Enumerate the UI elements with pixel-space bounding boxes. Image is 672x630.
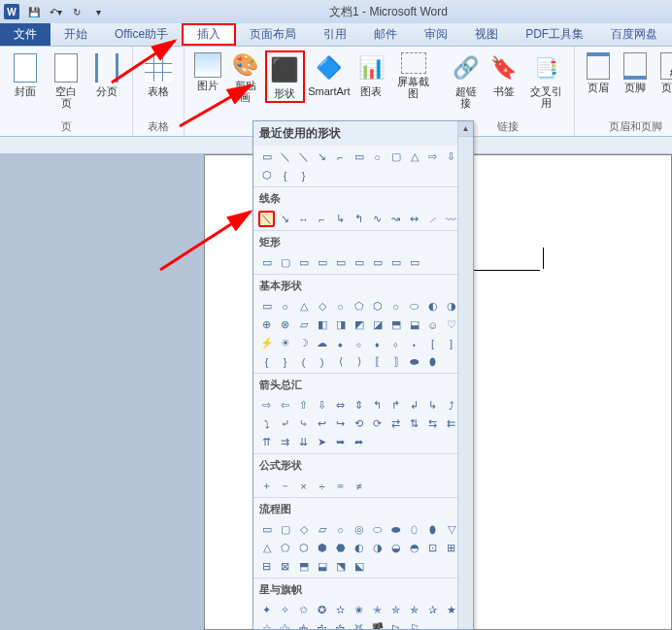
shape-item[interactable]: ◇: [295, 521, 312, 538]
shape-r4[interactable]: ▭: [314, 254, 330, 271]
clipart-button[interactable]: 🎨剪贴画: [227, 50, 263, 105]
shape-item[interactable]: ⚡: [258, 335, 275, 351]
shape-textbox[interactable]: ▭: [258, 149, 275, 165]
shape-lbrace[interactable]: {: [277, 167, 293, 183]
shape-item[interactable]: ○: [332, 521, 349, 538]
shape-item[interactable]: ⟦: [369, 353, 386, 370]
picture-button[interactable]: 图片: [190, 50, 225, 93]
shape-item[interactable]: ⬭: [369, 521, 386, 538]
shape-item[interactable]: ⤷: [295, 415, 312, 432]
redo-icon[interactable]: ↻: [68, 3, 85, 20]
shape-item[interactable]: ⟨: [332, 353, 349, 370]
scroll-up-icon[interactable]: ▲: [458, 121, 473, 137]
header-button[interactable]: 页眉: [581, 50, 616, 95]
shape-item[interactable]: ◐: [351, 540, 367, 556]
shape-item[interactable]: ✬: [351, 602, 367, 618]
shape-item[interactable]: ⇅: [406, 415, 422, 432]
shape-item[interactable]: ✪: [314, 602, 330, 618]
shape-item[interactable]: {: [258, 353, 275, 370]
shape-item[interactable]: ⇨: [258, 397, 275, 414]
shape-item[interactable]: ⇄: [387, 415, 404, 432]
shape-item[interactable]: ◧: [314, 316, 330, 333]
shape-item[interactable]: 🏴: [369, 620, 386, 630]
qat-customize-icon[interactable]: ▾: [89, 3, 107, 20]
shape-item[interactable]: ↰: [369, 397, 386, 414]
table-button[interactable]: 表格: [139, 50, 178, 99]
shape-elbow[interactable]: ⌐: [314, 211, 330, 227]
shape-div[interactable]: ÷: [314, 478, 330, 494]
shape-item[interactable]: ◒: [387, 540, 404, 556]
shape-item[interactable]: ⬠: [351, 298, 367, 315]
shape-connector[interactable]: ⌐: [332, 149, 349, 165]
shape-item[interactable]: ⇊: [295, 434, 312, 450]
shape-arrow[interactable]: ↘: [314, 149, 330, 165]
shapes-button[interactable]: ⬛形状: [265, 50, 304, 103]
save-icon[interactable]: 💾: [25, 3, 43, 20]
cover-page-button[interactable]: 封面: [6, 50, 45, 99]
shape-item[interactable]: ⬕: [351, 558, 367, 575]
shape-item[interactable]: ⬦: [351, 335, 367, 351]
shape-item[interactable]: ↱: [387, 397, 404, 414]
shape-item[interactable]: ☽: [295, 335, 312, 351]
shape-item[interactable]: [: [424, 335, 441, 351]
shape-item[interactable]: ↩: [314, 415, 330, 432]
shape-r9[interactable]: ▭: [406, 254, 422, 271]
shape-r3[interactable]: ▭: [295, 254, 312, 271]
shape-curve[interactable]: ∿: [369, 211, 386, 227]
shape-item[interactable]: ⬯: [406, 521, 422, 538]
crossref-button[interactable]: 📑交叉引用: [523, 50, 569, 111]
tab-file[interactable]: 文件: [0, 23, 50, 46]
shape-item[interactable]: ⬢: [314, 540, 330, 556]
shape-item[interactable]: ⇈: [258, 434, 275, 450]
shape-item[interactable]: ⬔: [332, 558, 349, 575]
shape-neq[interactable]: ≠: [351, 478, 367, 494]
shape-item[interactable]: ⇩: [314, 397, 330, 414]
tab-references[interactable]: 引用: [310, 23, 360, 46]
shape-item[interactable]: ⟧: [387, 353, 404, 370]
shape-curve-arrow[interactable]: ↝: [387, 211, 404, 227]
shape-r2[interactable]: ▢: [277, 254, 293, 271]
shape-r1[interactable]: ▭: [258, 254, 275, 271]
shape-r6[interactable]: ▭: [351, 254, 367, 271]
shape-item[interactable]: ⤵: [258, 415, 275, 432]
shape-item[interactable]: ➦: [351, 434, 367, 450]
shape-item[interactable]: ⬓: [314, 558, 330, 575]
shape-item[interactable]: ⟩: [351, 353, 367, 370]
shape-r8[interactable]: ▭: [387, 254, 404, 271]
shape-item[interactable]: ⬮: [424, 521, 441, 538]
shape-item[interactable]: ⬬: [406, 353, 422, 370]
page-break-button[interactable]: 分页: [87, 50, 126, 99]
shape-item[interactable]: ⊕: [258, 316, 275, 333]
shape-item[interactable]: ✩: [295, 602, 312, 618]
shape-item[interactable]: ◎: [351, 521, 367, 538]
shape-item[interactable]: ✧: [277, 602, 293, 618]
shape-item[interactable]: ☀: [277, 335, 293, 351]
shape-item[interactable]: ⇕: [351, 397, 367, 414]
shape-item[interactable]: ○: [277, 298, 293, 315]
shape-item[interactable]: ⊡: [424, 540, 441, 556]
undo-icon[interactable]: ↶▾: [47, 3, 64, 20]
page-number-button[interactable]: #页码: [655, 50, 672, 95]
tab-office-assistant[interactable]: Office助手: [101, 23, 182, 46]
shape-item[interactable]: ⟲: [351, 415, 367, 432]
shape-item[interactable]: ⛦: [332, 620, 349, 630]
shape-item[interactable]: ⬭: [406, 298, 422, 315]
shape-arr-r[interactable]: ⇨: [424, 149, 441, 165]
shape-item[interactable]: ◪: [369, 316, 386, 333]
shape-item[interactable]: ▱: [314, 521, 330, 538]
shape-item[interactable]: ✫: [332, 602, 349, 618]
screenshot-button[interactable]: 屏幕截图: [390, 50, 436, 101]
blank-page-button[interactable]: 空白页: [47, 50, 86, 111]
shape-mult[interactable]: ×: [295, 478, 312, 494]
shape-item[interactable]: ◑: [369, 540, 386, 556]
shape-item[interactable]: ▭: [258, 521, 275, 538]
shape-item[interactable]: ⚝: [277, 620, 293, 630]
shape-line-double[interactable]: ↔: [295, 211, 312, 227]
shape-elbow-double[interactable]: ↰: [351, 211, 367, 227]
shape-eq[interactable]: ＝: [332, 478, 349, 494]
shape-item[interactable]: ⬧: [369, 335, 386, 351]
dropdown-scrollbar[interactable]: ▲: [457, 121, 473, 629]
bookmark-button[interactable]: 🔖书签: [486, 50, 521, 99]
tab-page-layout[interactable]: 页面布局: [236, 23, 310, 46]
shape-item[interactable]: ✰: [424, 602, 441, 618]
